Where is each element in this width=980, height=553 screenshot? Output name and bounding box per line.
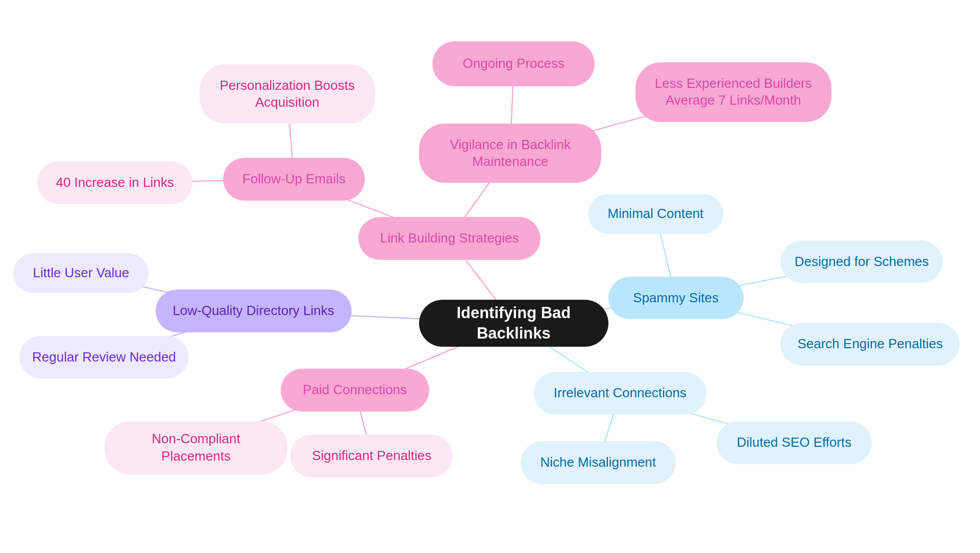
node-significant-penalties: Significant Penalties: [290, 435, 453, 477]
node-link-building: Link Building Strategies: [358, 217, 541, 260]
node-search-engine-penalties: Search Engine Penalties: [780, 323, 960, 366]
node-personalization-boosts: Personalization Boosts Acquisition: [200, 64, 375, 124]
node-40-increase: 40 Increase in Links: [37, 161, 193, 204]
node-designed-for-schemes: Designed for Schemes: [780, 241, 943, 283]
node-little-user-value: Little User Value: [13, 253, 149, 293]
node-ongoing-process: Ongoing Process: [432, 41, 595, 86]
node-niche-misalignment: Niche Misalignment: [521, 441, 676, 484]
node-low-quality-dir: Low-Quality Directory Links: [156, 290, 352, 332]
node-spammy-sites: Spammy Sites: [608, 277, 744, 320]
node-non-compliant: Non-Compliant Placements: [105, 421, 287, 474]
node-regular-review: Regular Review Needed: [19, 336, 188, 379]
node-irrelevant-connections: Irrelevant Connections: [534, 372, 706, 415]
node-paid-connections: Paid Connections: [281, 369, 429, 412]
node-vigilance-backlink: Vigilance in Backlink Maintenance: [419, 124, 602, 183]
node-follow-up-emails: Follow-Up Emails: [223, 158, 365, 201]
node-diluted-seo: Diluted SEO Efforts: [717, 421, 872, 464]
node-less-experienced: Less Experienced Builders Average 7 Link…: [635, 62, 831, 122]
center-node: Identifying Bad Backlinks: [419, 300, 608, 347]
node-minimal-content: Minimal Content: [588, 194, 723, 233]
mind-map: Identifying Bad BacklinksOngoing Process…: [0, 0, 980, 553]
